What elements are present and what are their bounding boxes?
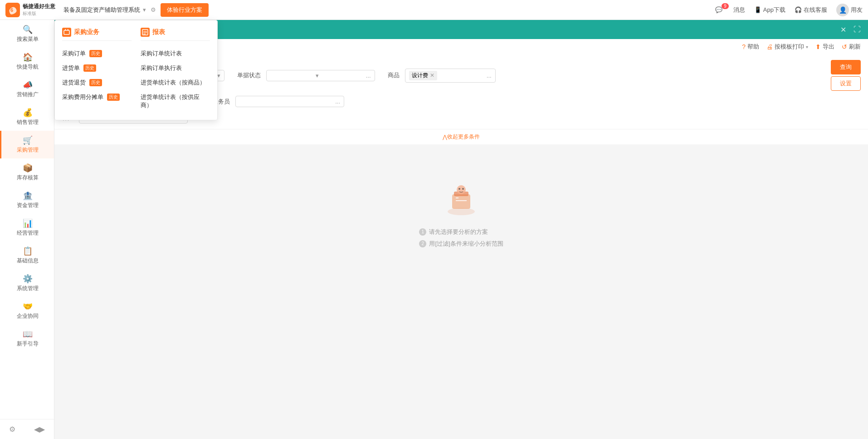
dropdown-col1-title: 采购业务	[62, 28, 132, 41]
guide-icon: 📖	[23, 330, 33, 338]
sidebar-item-sales[interactable]: 💰 销售管理	[0, 103, 54, 131]
basicinfo-icon: 📋	[23, 247, 33, 255]
dropdown-item-goods-stats-by-supplier[interactable]: 进货单统计表（按供应商）	[141, 90, 210, 113]
dropdown-item-goods-stats-by-product[interactable]: 进货单统计表（按商品）	[141, 75, 210, 90]
purchase-col-icon	[62, 28, 71, 37]
empty-illustration	[439, 181, 484, 217]
svg-point-4	[457, 185, 466, 194]
system-settings-icon[interactable]: ⚙	[151, 6, 156, 13]
hist-tag-2: 历史	[89, 79, 102, 86]
tab-bar-right: ✕ ⛶	[838, 24, 868, 36]
step-num-1: 1	[419, 228, 426, 236]
export-btn[interactable]: ⬆ 导出	[815, 43, 834, 51]
salesperson-dots: ...	[335, 98, 340, 105]
refresh-btn[interactable]: ↺ 刷新	[842, 43, 861, 51]
purchase-icon: 🛒	[23, 136, 33, 144]
sidebar-item-system[interactable]: ⚙️ 系统管理	[0, 269, 54, 297]
hist-tag-3: 历史	[107, 94, 120, 101]
help-btn[interactable]: ? 帮助	[742, 43, 759, 51]
sidebar-item-quicknav[interactable]: 🏠 快捷导航	[0, 48, 54, 75]
phone-icon: 📱	[754, 6, 761, 13]
print-icon: 🖨	[766, 43, 773, 50]
svg-rect-9	[64, 30, 69, 35]
svg-text:6: 6	[10, 7, 13, 13]
help-icon: ?	[742, 43, 746, 50]
salesperson-control[interactable]: ...	[235, 96, 344, 107]
print-arrow: ▾	[806, 44, 808, 49]
sidebar-item-capital[interactable]: 🏦 资金管理	[0, 186, 54, 214]
tab-maximize-btn[interactable]: ⛶	[851, 24, 863, 35]
sidebar-item-basicinfo[interactable]: 📋 基础信息	[0, 242, 54, 269]
online-service-btn[interactable]: 🎧 在线客服	[795, 6, 827, 14]
sidebar-item-operations[interactable]: 📊 经营管理	[0, 214, 54, 242]
dropdown-item-goods-receipt[interactable]: 进货单 历史	[62, 61, 132, 75]
search-icon: 🔍	[23, 25, 33, 34]
doc-status-label: 单据状态	[237, 71, 261, 79]
logo-icon: 6	[5, 3, 20, 17]
goods-tag-close[interactable]: ✕	[430, 72, 434, 79]
sidebar-item-purchase[interactable]: 🛒 采购管理	[0, 131, 54, 158]
goods-label: 商品	[388, 71, 400, 79]
doc-status-control[interactable]: ▾ ...	[266, 70, 375, 81]
sidebar-collapse-btn[interactable]: ◀▶	[30, 423, 49, 435]
sidebar-item-inventory[interactable]: 📦 库存核算	[0, 158, 54, 186]
svg-point-5	[458, 188, 460, 190]
step-num-2: 2	[419, 240, 426, 247]
capital-icon: 🏦	[23, 192, 33, 200]
system-title-text: 装备及固定资产辅助管理系统	[63, 6, 140, 14]
sales-icon: 💰	[23, 109, 33, 117]
message-badge: 9	[722, 3, 729, 9]
empty-step-1: 1 请先选择要分析的方案	[419, 226, 503, 238]
refresh-icon: ↺	[842, 43, 847, 50]
logo-area: 6 畅捷通好生意 标准版	[5, 3, 60, 17]
dropdown-item-purchase-expense[interactable]: 采购费用分摊单 历史	[62, 90, 132, 104]
user-avatar: 👤	[836, 4, 849, 16]
doc-status-dots: ...	[366, 72, 371, 79]
query-actions: 查询 设置	[831, 60, 861, 91]
enterprise-icon: 🤝	[23, 302, 33, 311]
dropdown-item-purchase-order-stats[interactable]: 采购订单统计表	[141, 46, 210, 61]
hist-tag-1: 历史	[83, 64, 96, 72]
messages-btn[interactable]: 💬 9 消息	[715, 6, 745, 14]
goods-control[interactable]: 设计费 ✕ ...	[405, 69, 496, 83]
svg-rect-2	[452, 194, 470, 209]
sidebar-bottom: ⚙ ◀▶	[0, 419, 54, 439]
goods-dots: ...	[487, 72, 492, 79]
system-title-area: 装备及固定资产辅助管理系统 ▾ ⚙	[63, 6, 156, 14]
sidebar-item-enterprise[interactable]: 🤝 企业协同	[0, 297, 54, 325]
hist-tag-0: 历史	[89, 50, 102, 57]
dropdown-item-purchase-order[interactable]: 采购订单 历史	[62, 46, 132, 61]
industry-btn[interactable]: 体验行业方案	[161, 3, 209, 17]
doc-status-arrow: ▾	[316, 72, 319, 79]
top-header: 6 畅捷通好生意 标准版 装备及固定资产辅助管理系统 ▾ ⚙ 体验行业方案 💬 …	[0, 0, 868, 20]
sidebar: 🔍 搜索菜单 🏠 快捷导航 📣 营销推广 💰 销售管理 🛒 采购管理 📦 库存核…	[0, 20, 54, 439]
dropdown-col2-title: 报表	[141, 28, 210, 41]
sidebar-item-guide[interactable]: 📖 新手引导	[0, 325, 54, 352]
sidebar-settings-btn[interactable]: ⚙	[5, 423, 19, 435]
export-icon: ⬆	[815, 43, 821, 50]
logo-text: 畅捷通好生意 标准版	[23, 3, 55, 16]
dropdown-col-purchase: 采购业务 采购订单 历史 进货单 历史 进货退货 历史 采购费用分摊单 历史	[62, 28, 132, 113]
sidebar-item-search[interactable]: 🔍 搜索菜单	[0, 20, 54, 48]
query-btn[interactable]: 查询	[831, 60, 861, 74]
header-right: 💬 9 消息 📱 App下载 🎧 在线客服 👤 用友	[715, 4, 863, 16]
app-download-btn[interactable]: 📱 App下载	[754, 6, 785, 14]
sidebar-item-marketing[interactable]: 📣 营销推广	[0, 75, 54, 103]
dropdown-item-goods-return[interactable]: 进货退货 历史	[62, 75, 132, 90]
user-menu-btn[interactable]: 👤 用友	[836, 4, 863, 16]
inventory-icon: 📦	[23, 164, 33, 172]
dropdown-item-purchase-order-exec[interactable]: 采购订单执行表	[141, 61, 210, 75]
empty-text: 1 请先选择要分析的方案 2 用[过滤]条件来缩小分析范围	[419, 226, 503, 250]
dropdown-col-report: 报表 采购订单统计表 采购订单执行表 进货单统计表（按商品） 进货单统计表（按供…	[141, 28, 210, 113]
collapse-row[interactable]: ⋀ 收起更多条件	[54, 129, 868, 144]
settings-btn[interactable]: 设置	[831, 76, 861, 91]
print-btn[interactable]: 🖨 按模板打印 ▾	[766, 43, 808, 51]
marketing-icon: 📣	[23, 81, 33, 89]
system-icon: ⚙️	[23, 275, 33, 283]
headset-icon: 🎧	[795, 6, 802, 13]
empty-step-2: 2 用[过滤]条件来缩小分析范围	[419, 238, 503, 250]
operations-icon: 📊	[23, 219, 33, 227]
tab-close-all-btn[interactable]: ✕	[838, 24, 849, 36]
collapse-up-icon: ⋀	[443, 134, 447, 140]
system-title-arrow[interactable]: ▾	[143, 6, 146, 13]
